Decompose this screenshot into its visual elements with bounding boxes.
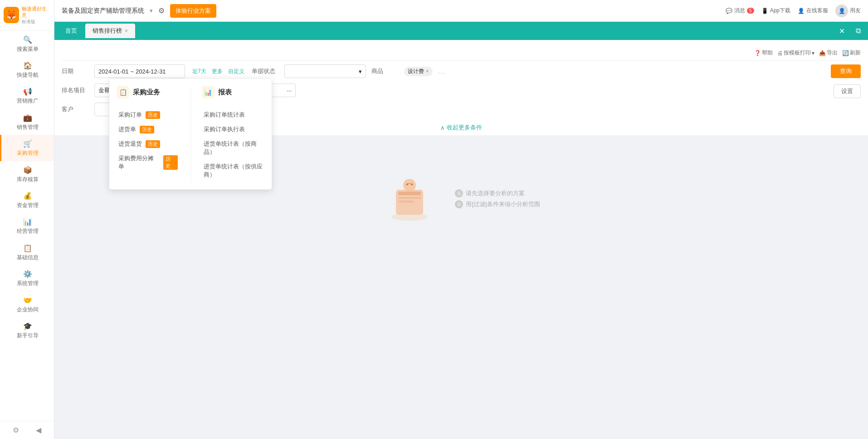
export-btn[interactable]: 📤 导出	[819, 49, 838, 57]
online-service-btn[interactable]: 👤 在线客服	[798, 7, 828, 15]
menu-item-inbound[interactable]: 进货单 历史	[117, 122, 180, 137]
sales-icon: 💼	[23, 113, 32, 122]
svg-rect-3	[398, 197, 421, 199]
expense-label: 采购费用分摊单	[118, 154, 160, 171]
menu-col-divider	[190, 86, 191, 182]
date-start: 2024-01-01	[98, 68, 129, 75]
product-tag-close[interactable]: ×	[426, 68, 429, 74]
enterprise-icon: 🤝	[23, 296, 32, 305]
avatar-icon: 👤	[839, 8, 845, 14]
tip1-text: 请先选择要分析的方案	[466, 189, 525, 197]
menu-item-purchase-order-exec[interactable]: 采购订单执行表	[202, 122, 265, 137]
rank-label: 排名项目	[62, 86, 89, 94]
main-content: 装备及固定资产辅助管理系统 ▾ ⚙ 体验行业方案 💬 消息 5 📱 App下载 …	[54, 0, 868, 439]
order-status-chevron: ▾	[359, 68, 362, 75]
sidebar-item-guide[interactable]: 🎓 新手引导	[0, 317, 54, 343]
user-menu-btn[interactable]: 👤 用友	[835, 5, 861, 17]
system-name-chevron[interactable]: ▾	[150, 7, 153, 14]
purchase-business-header: 📋 采购业务	[117, 86, 180, 102]
sidebar-logo: 🦊 畅捷通好生意 标准版	[0, 0, 54, 31]
industry-btn[interactable]: 体验行业方案	[170, 4, 216, 18]
return-history: 历史	[146, 140, 160, 148]
order-status-label: 单据状态	[252, 67, 279, 75]
report-header: 📊 报表	[202, 86, 265, 102]
svg-point-6	[406, 183, 408, 185]
purchase-order-label: 采购订单	[118, 111, 142, 119]
date-range-input[interactable]: 2024-01-01 ~ 2024-12-31	[94, 64, 185, 78]
menu-item-purchase-order[interactable]: 采购订单 历史	[117, 108, 180, 122]
sidebar-collapse-btn[interactable]: ◀	[36, 426, 41, 434]
sidebar-footer: ⚙ ◀	[0, 421, 54, 439]
sidebar-item-enterprise[interactable]: 🤝 企业协同	[0, 291, 54, 317]
purchase-col-icon: 📋	[117, 86, 129, 99]
restore-window-btn[interactable]: ⧉	[852, 25, 864, 37]
sidebar-item-quick-nav[interactable]: 🏠 快捷导航	[0, 57, 54, 83]
sidebar-item-sales[interactable]: 💼 销售管理	[0, 109, 54, 135]
inventory-icon: 📦	[23, 166, 32, 174]
finance-icon: 💰	[23, 192, 32, 200]
system-icon: ⚙️	[23, 270, 32, 278]
date-label: 日期	[62, 67, 89, 75]
sidebar-item-finance[interactable]: 💰 资金管理	[0, 187, 54, 213]
logo-icon: 🦊	[4, 7, 19, 23]
tab-sales-rank-close[interactable]: ×	[125, 28, 128, 34]
print-chevron: ▾	[812, 50, 814, 56]
sidebar-item-purchase[interactable]: 🛒 采购管理	[0, 135, 54, 161]
topbar-settings-icon[interactable]: ⚙	[158, 6, 165, 15]
sidebar-item-basic-info[interactable]: 📋 基础信息	[0, 239, 54, 265]
purchase-dropdown-menu: 📋 采购业务 采购订单 历史 进货单 历史 进货退货 历史	[109, 78, 272, 190]
system-name: 装备及固定资产辅助管理系统	[62, 7, 144, 15]
app-download-btn[interactable]: 📱 App下载	[761, 7, 790, 15]
close-window-btn[interactable]: ✕	[835, 25, 848, 37]
expense-history: 历史	[163, 155, 178, 170]
sidebar-item-system[interactable]: ⚙️ 系统管理	[0, 265, 54, 291]
sidebar-settings-btn[interactable]: ⚙	[13, 426, 19, 434]
tab-home[interactable]: 首页	[58, 24, 84, 38]
quick-date-custom[interactable]: 自定义	[226, 67, 246, 76]
query-btn[interactable]: 查询	[831, 64, 861, 78]
purchase-business-column: 📋 采购业务 采购订单 历史 进货单 历史 进货退货 历史	[117, 86, 180, 182]
sidebar-item-search[interactable]: 🔍 搜索菜单	[0, 31, 54, 57]
date-end: 2024-12-31	[136, 68, 166, 75]
report-title: 报表	[218, 88, 232, 97]
inbound-history: 历史	[140, 126, 154, 133]
inbound-label: 进货单	[118, 125, 136, 133]
empty-tip-1: ① 请先选择要分析的方案	[455, 189, 540, 197]
salesman-dots: ···	[287, 87, 292, 94]
help-btn[interactable]: ❓ 帮助	[754, 49, 773, 57]
svg-rect-4	[398, 201, 414, 202]
home-icon: 🏠	[23, 61, 32, 70]
refresh-btn[interactable]: 🔄 刷新	[842, 49, 861, 57]
sidebar-item-operations[interactable]: 📊 经营管理	[0, 213, 54, 239]
menu-item-purchase-order-stats[interactable]: 采购订单统计表	[202, 108, 265, 122]
print-icon: 🖨	[777, 50, 783, 56]
message-btn[interactable]: 💬 消息 5	[726, 7, 754, 15]
menu-item-inbound-stats-supplier[interactable]: 进货单统计表（按供应商）	[202, 159, 265, 182]
report-column: 📊 报表 采购订单统计表 采购订单执行表 进货单统计表（按商品） 进货单统计表（…	[202, 86, 265, 182]
svg-rect-2	[398, 192, 421, 195]
help-icon: ❓	[754, 50, 761, 56]
order-status-select[interactable]: ▾	[284, 64, 366, 78]
product-dots[interactable]: ...	[438, 68, 446, 75]
menu-item-return[interactable]: 进货退货 历史	[117, 137, 180, 151]
sidebar-item-marketing[interactable]: 📢 营销推广	[0, 83, 54, 109]
purchase-order-history: 历史	[146, 111, 160, 119]
quick-date-more[interactable]: 更多	[210, 67, 224, 76]
guide-icon: 🎓	[23, 322, 32, 330]
top-bar-actions: 💬 消息 5 📱 App下载 👤 在线客服 👤 用友	[726, 5, 861, 17]
search-icon: 🔍	[23, 35, 32, 44]
tab-sales-rank[interactable]: 销售排行榜 ×	[85, 24, 135, 38]
sidebar-item-inventory[interactable]: 📦 库存核算	[0, 161, 54, 187]
set-btn[interactable]: 设置	[834, 84, 861, 98]
print-btn[interactable]: 🖨 按模板打印 ▾	[777, 49, 814, 57]
quick-date-7days[interactable]: 近7天	[190, 67, 208, 76]
menu-item-expense[interactable]: 采购费用分摊单 历史	[117, 151, 180, 174]
operations-icon: 📊	[23, 217, 32, 226]
user-avatar: 👤	[835, 5, 848, 17]
quick-dates: 近7天 更多 自定义	[190, 67, 246, 76]
report-col-icon: 📊	[202, 86, 215, 99]
top-bar: 装备及固定资产辅助管理系统 ▾ ⚙ 体验行业方案 💬 消息 5 📱 App下载 …	[54, 0, 868, 22]
tab-bar: 首页 销售排行榜 × ✕ ⧉	[54, 22, 868, 40]
message-badge: 5	[747, 8, 754, 14]
menu-item-inbound-stats-product[interactable]: 进货单统计表（按商品）	[202, 137, 265, 159]
